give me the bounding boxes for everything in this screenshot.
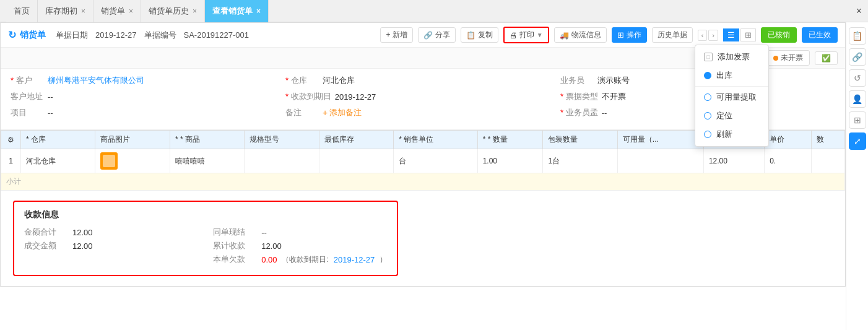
add-button[interactable]: + 新增 — [380, 27, 412, 43]
menu-separator — [695, 86, 768, 87]
payment-val-owed: 0.00 — [261, 255, 277, 264]
row-sales-unit: 台 — [394, 149, 477, 173]
tab-bar-close-button[interactable]: × — [856, 6, 862, 17]
payment-key-total: 金额合计 — [24, 227, 67, 238]
date-label: 单据日期 — [56, 30, 88, 41]
view-toggle: ☰ ⊞ — [723, 28, 756, 41]
payment-row-owed: 本单欠款 0.00 （收款到期日: 2019-12-27 ） — [213, 254, 387, 265]
available-qty-icon — [704, 93, 711, 101]
row-quantity: 1.00 — [477, 149, 543, 173]
menu-item-outbound[interactable]: 出库 — [695, 66, 768, 85]
history-button[interactable]: 历史单据 — [652, 27, 693, 43]
payment-grid: 金额合计 12.00 成交金额 12.00 同单现结 -- — [24, 227, 387, 267]
payment-owed-suffix: （收款到期日: — [282, 254, 328, 265]
payment-date-field: 收款到期日 2019-12-27 — [285, 91, 560, 102]
tab-inventory-init[interactable]: 库存期初 × — [38, 0, 93, 22]
tab-sales-order[interactable]: 销货单 × — [93, 0, 141, 22]
effective-badge[interactable]: 已生效 — [802, 27, 838, 43]
doc-header: ↻ 销货单 单据日期 2019-12-27 单据编号 SA-20191227-0… — [1, 23, 845, 48]
number-label: 单据编号 — [144, 30, 176, 41]
tab-close-sales[interactable]: × — [129, 7, 133, 15]
prev-arrow[interactable]: ‹ — [698, 30, 708, 41]
date-value: 2019-12-27 — [95, 30, 137, 40]
doc-actions: + 新增 🔗 分享 📋 复制 🖨 打印 ▼ 🚚 物流信息 — [380, 27, 838, 43]
logistics-button[interactable]: 🚚 物流信息 — [554, 27, 607, 43]
next-arrow[interactable]: › — [708, 30, 718, 41]
tab-sales-history[interactable]: 销货单历史 × — [141, 0, 205, 22]
payment-row-same-settle: 同单现结 -- — [213, 227, 387, 238]
subtotal-label: 小计 — [1, 173, 845, 191]
address-value: -- — [48, 92, 53, 102]
operation-dropdown: □ 添加发票 出库 可用量提取 定位 刷新 — [695, 45, 769, 147]
customer-label: 客户 — [11, 75, 48, 86]
sidebar-icon-1[interactable]: 📋 — [849, 27, 866, 45]
row-product: 嘻嘻嘻嘻 — [170, 149, 244, 173]
payment-key-cumulative: 累计收款 — [213, 240, 256, 251]
row-spec — [245, 149, 319, 173]
sidebar-icon-3[interactable]: ↺ — [849, 69, 866, 87]
tab-close-inventory[interactable]: × — [81, 7, 85, 15]
payment-section-wrap: 收款信息 金额合计 12.00 成交金额 12.00 — [1, 191, 845, 286]
confirmed-btn[interactable]: ✅ — [815, 51, 838, 65]
warehouse-label: 仓库 — [285, 75, 323, 86]
list-view-btn[interactable]: ☰ — [723, 28, 739, 41]
note-label: 备注 — [285, 107, 323, 118]
menu-item-refresh[interactable]: 刷新 — [695, 125, 768, 144]
payment-val-total: 12.00 — [72, 228, 93, 237]
th-available: 可用量（... — [617, 131, 703, 149]
copy-button[interactable]: 📋 复制 — [461, 27, 498, 43]
sidebar-icon-2[interactable]: 🔗 — [849, 48, 866, 66]
customer-field: 客户 柳州粤港平安气体有限公司 — [11, 75, 285, 86]
th-sales-unit: * 销售单位 — [394, 131, 477, 149]
row-min-stock — [319, 149, 393, 173]
product-image-thumb — [100, 152, 118, 170]
menu-item-add-invoice[interactable]: □ 添加发票 — [695, 48, 768, 66]
sidebar-icon-5[interactable]: ⊞ — [849, 111, 866, 129]
row-pack-qty: 1台 — [543, 149, 617, 173]
share-button[interactable]: 🔗 分享 — [418, 27, 456, 43]
th-pack-qty: 包装数量 — [543, 131, 617, 149]
payment-row-cumulative: 累计收款 12.00 — [213, 240, 387, 251]
print-button[interactable]: 🖨 打印 ▼ — [503, 27, 549, 43]
tab-view-sales[interactable]: 查看销货单 × — [205, 0, 269, 22]
not-open-btn[interactable]: 未开票 — [766, 50, 810, 66]
th-product-image: 商品图片 — [95, 131, 170, 149]
add-note-btn[interactable]: + 添加备注 — [323, 107, 362, 118]
nav-arrows: ‹ › — [698, 30, 718, 41]
tab-home[interactable]: 首页 — [6, 0, 38, 22]
payment-date-value: 2019-12-27 — [335, 92, 376, 102]
subtotal-row: 小计 — [1, 173, 845, 191]
row-current-stock: 12.00 — [703, 149, 764, 173]
grid-view-btn[interactable]: ⊞ — [740, 28, 756, 41]
payment-val-deal: 12.00 — [72, 241, 93, 251]
row-extra — [812, 149, 845, 173]
payment-date-label: 收款到期日 — [285, 91, 335, 102]
payment-row-deal: 成交金额 12.00 — [24, 240, 198, 251]
row-available — [617, 149, 703, 173]
customer-value[interactable]: 柳州粤港平安气体有限公司 — [48, 75, 144, 86]
sidebar-icon-expand[interactable]: ⤢ — [849, 132, 866, 150]
tab-close-view[interactable]: × — [256, 7, 261, 15]
row-price: 0. — [765, 149, 812, 173]
th-extra: 数 — [812, 131, 845, 149]
payment-due-date: 2019-12-27 — [334, 255, 375, 264]
sidebar-icon-4[interactable]: 👤 — [849, 90, 866, 108]
payment-val-same-settle: -- — [261, 228, 267, 237]
sold-badge[interactable]: 已核销 — [761, 27, 797, 43]
operation-button[interactable]: ⊞ 操作 — [612, 27, 647, 43]
number-value: SA-20191227-001 — [184, 30, 250, 40]
tab-close-history[interactable]: × — [193, 7, 197, 15]
th-quantity: * * 数量 — [477, 131, 543, 149]
locate-icon — [704, 112, 711, 119]
table-row: 1 河北仓库 嘻嘻嘻嘻 台 1.00 1台 — [1, 149, 845, 173]
payment-owed-close: ） — [380, 254, 387, 265]
th-spec: 规格型号 — [245, 131, 319, 149]
th-gear[interactable]: ⚙ — [1, 131, 21, 149]
payment-key-deal: 成交金额 — [24, 240, 67, 251]
menu-item-locate[interactable]: 定位 — [695, 106, 768, 125]
employee-value: 演示账号 — [597, 75, 630, 86]
sales-emp-value: -- — [602, 108, 607, 118]
th-req-warehouse: * 仓库 — [21, 131, 95, 149]
th-min-stock: 最低库存 — [319, 131, 393, 149]
menu-item-available-qty[interactable]: 可用量提取 — [695, 88, 768, 106]
